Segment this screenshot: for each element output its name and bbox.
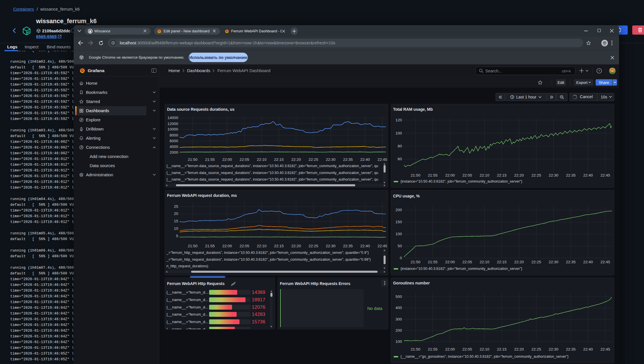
- svg-text:?: ?: [598, 69, 600, 73]
